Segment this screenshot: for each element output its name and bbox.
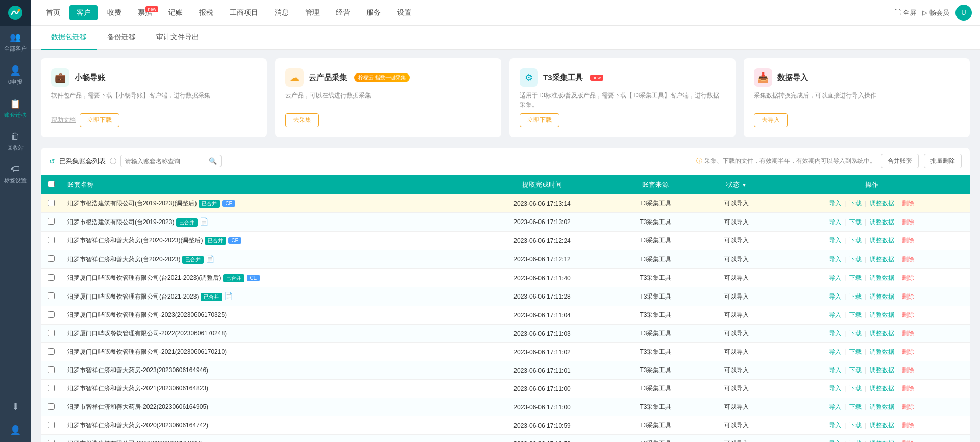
nav-business[interactable]: 工商项目 [223, 5, 265, 20]
import-action[interactable]: 导入 [829, 256, 841, 263]
row-checkbox[interactable] [48, 422, 55, 428]
nav-client[interactable]: 客户 [69, 5, 98, 20]
delete-action[interactable]: 删除 [902, 422, 914, 429]
delete-action[interactable]: 删除 [902, 385, 914, 392]
delete-action[interactable]: 删除 [902, 440, 914, 442]
user-avatar[interactable]: U [955, 5, 972, 21]
download-t3-button[interactable]: 立即下载 [520, 113, 559, 127]
tab-backup-migrate[interactable]: 备份迁移 [97, 26, 146, 50]
go-import-button[interactable]: 去导入 [754, 113, 788, 127]
row-checkbox[interactable] [48, 385, 55, 391]
adjust-action[interactable]: 调整数据 [870, 422, 894, 429]
help-icon[interactable]: ⓘ [110, 157, 116, 166]
import-action[interactable]: 导入 [829, 200, 841, 207]
download-action[interactable]: 下载 [849, 366, 862, 374]
delete-action[interactable]: 删除 [902, 218, 914, 226]
nav-message[interactable]: 消息 [267, 5, 296, 20]
delete-action[interactable]: 删除 [902, 293, 914, 300]
row-checkbox[interactable] [48, 218, 55, 225]
row-checkbox[interactable] [48, 311, 55, 318]
download-action[interactable]: 下载 [849, 311, 862, 318]
delete-action[interactable]: 删除 [902, 366, 914, 374]
fullscreen-button[interactable]: ⛶ 全屏 [894, 8, 916, 17]
adjust-action[interactable]: 调整数据 [870, 440, 894, 442]
tab-audit-export[interactable]: 审计文件导出 [146, 26, 209, 50]
row-checkbox[interactable] [48, 330, 55, 336]
search-icon[interactable]: 🔍 [209, 157, 217, 165]
sidebar-item-recycle[interactable]: 🗑 回收站 [0, 125, 31, 158]
import-action[interactable]: 导入 [829, 348, 841, 355]
row-checkbox[interactable] [48, 440, 55, 443]
batch-delete-button[interactable]: 批量删除 [924, 154, 962, 168]
download-action[interactable]: 下载 [849, 200, 862, 207]
row-checkbox[interactable] [48, 292, 55, 299]
row-checkbox[interactable] [48, 255, 55, 262]
import-action[interactable]: 导入 [829, 366, 841, 374]
member-button[interactable]: ▷ 畅会员 [922, 8, 949, 17]
download-action[interactable]: 下载 [849, 385, 862, 392]
delete-action[interactable]: 删除 [902, 403, 914, 410]
adjust-action[interactable]: 调整数据 [870, 237, 894, 244]
nav-management[interactable]: 管理 [298, 5, 327, 20]
tab-data-migrate[interactable]: 数据包迁移 [41, 26, 97, 50]
delete-action[interactable]: 删除 [902, 348, 914, 355]
download-action[interactable]: 下载 [849, 422, 862, 429]
adjust-action[interactable]: 调整数据 [870, 348, 894, 355]
download-action[interactable]: 下载 [849, 403, 862, 410]
sidebar-item-all-clients[interactable]: 👥 全部客户 [0, 26, 31, 59]
import-action[interactable]: 导入 [829, 218, 841, 226]
nav-home[interactable]: 首页 [39, 5, 67, 20]
sidebar-item-download[interactable]: ⬇ [0, 395, 31, 419]
adjust-action[interactable]: 调整数据 [870, 218, 894, 226]
adjust-action[interactable]: 调整数据 [870, 200, 894, 207]
nav-service[interactable]: 服务 [359, 5, 388, 20]
adjust-action[interactable]: 调整数据 [870, 311, 894, 318]
row-checkbox[interactable] [48, 348, 55, 355]
delete-action[interactable]: 删除 [902, 256, 914, 263]
nav-tax[interactable]: 报税 [192, 5, 220, 20]
import-action[interactable]: 导入 [829, 330, 841, 337]
import-action[interactable]: 导入 [829, 311, 841, 318]
row-checkbox[interactable] [48, 237, 55, 243]
download-action[interactable]: 下载 [849, 293, 862, 300]
row-checkbox[interactable] [48, 274, 55, 281]
sidebar-item-zero-report[interactable]: 👤 0申报 [0, 59, 31, 92]
import-action[interactable]: 导入 [829, 385, 841, 392]
search-input[interactable] [125, 158, 207, 165]
download-action[interactable]: 下载 [849, 274, 862, 281]
row-checkbox[interactable] [48, 200, 55, 206]
adjust-action[interactable]: 调整数据 [870, 385, 894, 392]
app-logo[interactable] [0, 0, 31, 26]
import-action[interactable]: 导入 [829, 274, 841, 281]
refresh-icon[interactable]: ↺ [49, 157, 55, 165]
adjust-action[interactable]: 调整数据 [870, 293, 894, 300]
delete-action[interactable]: 删除 [902, 237, 914, 244]
download-action[interactable]: 下载 [849, 256, 862, 263]
delete-action[interactable]: 删除 [902, 274, 914, 281]
delete-action[interactable]: 删除 [902, 200, 914, 207]
go-collect-button[interactable]: 去采集 [285, 113, 319, 127]
download-action[interactable]: 下载 [849, 440, 862, 442]
sidebar-item-tag-settings[interactable]: 🏷 标签设置 [0, 158, 31, 190]
import-action[interactable]: 导入 [829, 440, 841, 442]
row-checkbox[interactable] [48, 366, 55, 373]
adjust-action[interactable]: 调整数据 [870, 366, 894, 374]
sidebar-item-user[interactable]: 👤 [0, 419, 31, 442]
import-action[interactable]: 导入 [829, 422, 841, 429]
download-now-button[interactable]: 立即下载 [80, 113, 119, 127]
import-action[interactable]: 导入 [829, 403, 841, 410]
nav-billing[interactable]: 收费 [100, 5, 129, 20]
nav-settings[interactable]: 设置 [390, 5, 419, 20]
row-checkbox[interactable] [48, 403, 55, 410]
adjust-action[interactable]: 调整数据 [870, 256, 894, 263]
nav-bookkeeping[interactable]: 记账 [161, 5, 190, 20]
sidebar-item-account-migrate[interactable]: 📋 账套迁移 [0, 92, 31, 125]
nav-invoice[interactable]: 票据 new [131, 5, 159, 20]
download-action[interactable]: 下载 [849, 237, 862, 244]
download-action[interactable]: 下载 [849, 330, 862, 337]
download-action[interactable]: 下载 [849, 218, 862, 226]
select-all-checkbox[interactable] [48, 181, 55, 187]
delete-action[interactable]: 删除 [902, 330, 914, 337]
nav-operation[interactable]: 经营 [329, 5, 357, 20]
import-action[interactable]: 导入 [829, 293, 841, 300]
